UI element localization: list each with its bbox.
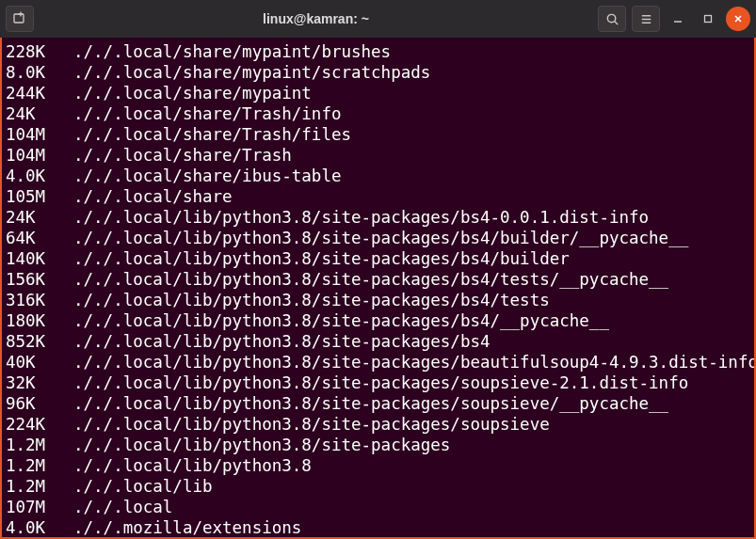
path-value: ././.local/share/mypaint/scratchpads (73, 62, 750, 83)
output-line: 228K././.local/share/mypaint/brushes (6, 41, 750, 62)
path-value: ././.mozilla/extensions (73, 517, 750, 538)
size-value: 180K (6, 310, 73, 331)
new-tab-icon (12, 11, 27, 26)
search-icon (605, 12, 619, 26)
close-icon (732, 13, 744, 24)
maximize-button[interactable] (696, 7, 720, 31)
path-value: ././.local/lib/python3.8/site-packages/b… (73, 207, 750, 228)
size-value: 104M (6, 145, 73, 166)
size-value: 32K (6, 373, 73, 393)
path-value: ././.local/lib/python3.8/site-packages/s… (73, 414, 750, 435)
output-line: 1.2M././.local/lib/python3.8/site-packag… (6, 435, 750, 455)
output-line: 104M././.local/share/Trash/files (6, 124, 750, 145)
size-value: 96K (6, 393, 73, 414)
titlebar: linux@kamran: ~ (0, 0, 756, 38)
close-button[interactable] (726, 7, 750, 31)
path-value: ././.local/share/mypaint (73, 83, 750, 103)
svg-point-3 (607, 14, 615, 22)
output-line: 1.2M././.local/lib (6, 476, 750, 497)
path-value: ././.local/lib/python3.8/site-packages/b… (73, 352, 756, 373)
path-value: ././.local/share/Trash/files (73, 124, 750, 145)
path-value: ././.local/lib (73, 476, 750, 497)
path-value: ././.local/lib/python3.8/site-packages/b… (73, 290, 750, 310)
output-line: 244K././.local/share/mypaint (6, 83, 750, 103)
path-value: ././.local/lib/python3.8/site-packages/b… (73, 310, 750, 331)
path-value: ././.local/share (73, 186, 750, 207)
size-value: 40K (6, 352, 73, 373)
path-value: ././.local/lib/python3.8/site-packages/s… (73, 373, 750, 393)
output-line: 224K././.local/lib/python3.8/site-packag… (6, 414, 750, 435)
size-value: 4.0K (6, 166, 73, 186)
output-line: 64K././.local/lib/python3.8/site-package… (6, 228, 750, 248)
minimize-icon (672, 13, 684, 24)
output-line: 140K././.local/lib/python3.8/site-packag… (6, 248, 750, 269)
size-value: 107M (6, 497, 73, 517)
output-line: 1.2M././.local/lib/python3.8 (6, 455, 750, 476)
path-value: ././.local/lib/python3.8/site-packages/b… (73, 269, 750, 290)
size-value: 140K (6, 248, 73, 269)
size-value: 228K (6, 41, 73, 62)
size-value: 156K (6, 269, 73, 290)
titlebar-left (6, 6, 34, 32)
svg-line-4 (614, 21, 617, 24)
size-value: 104M (6, 124, 73, 145)
minimize-button[interactable] (666, 7, 690, 31)
output-line: 24K././.local/share/Trash/info (6, 103, 750, 124)
size-value: 1.2M (6, 455, 73, 476)
path-value: ././.local/share/Trash (73, 145, 750, 166)
size-value: 24K (6, 103, 73, 124)
output-line: 96K././.local/lib/python3.8/site-package… (6, 393, 750, 414)
path-value: ././.local/share/ibus-table (73, 166, 750, 186)
search-button[interactable] (598, 6, 626, 32)
path-value: ././.local/lib/python3.8/site-packages/b… (73, 331, 750, 352)
path-value: ././.local (73, 497, 750, 517)
size-value: 64K (6, 228, 73, 248)
maximize-icon (702, 13, 714, 24)
size-value: 852K (6, 331, 73, 352)
path-value: ././.local/lib/python3.8/site-packages/b… (73, 248, 750, 269)
size-value: 244K (6, 83, 73, 103)
output-line: 4.0K././.local/share/ibus-table (6, 166, 750, 186)
output-line: 852K././.local/lib/python3.8/site-packag… (6, 331, 750, 352)
size-value: 24K (6, 207, 73, 228)
size-value: 316K (6, 290, 73, 310)
path-value: ././.local/lib/python3.8/site-packages (73, 435, 750, 455)
output-line: 156K././.local/lib/python3.8/site-packag… (6, 269, 750, 290)
svg-rect-9 (705, 16, 712, 23)
output-line: 8.0K././.local/share/mypaint/scratchpads (6, 62, 750, 83)
path-value: ././.local/lib/python3.8/site-packages/s… (73, 393, 750, 414)
output-line: 316K././.local/lib/python3.8/site-packag… (6, 290, 750, 310)
hamburger-icon (639, 12, 653, 26)
new-tab-button[interactable] (6, 6, 34, 32)
titlebar-right (598, 6, 750, 32)
svg-rect-0 (14, 14, 24, 23)
size-value: 8.0K (6, 62, 73, 83)
output-line: 4.0K././.mozilla/extensions (6, 517, 750, 538)
size-value: 224K (6, 414, 73, 435)
output-line: 107M././.local (6, 497, 750, 517)
path-value: ././.local/share/Trash/info (73, 103, 750, 124)
output-line: 24K././.local/lib/python3.8/site-package… (6, 207, 750, 228)
output-line: 105M././.local/share (6, 186, 750, 207)
window-title: linux@kamran: ~ (40, 11, 592, 26)
path-value: ././.local/share/mypaint/brushes (73, 41, 750, 62)
menu-button[interactable] (632, 6, 660, 32)
path-value: ././.local/lib/python3.8/site-packages/b… (73, 228, 750, 248)
path-value: ././.local/lib/python3.8 (73, 455, 750, 476)
size-value: 1.2M (6, 435, 73, 455)
size-value: 105M (6, 186, 73, 207)
size-value: 1.2M (6, 476, 73, 497)
output-line: 180K././.local/lib/python3.8/site-packag… (6, 310, 750, 331)
output-line: 40K././.local/lib/python3.8/site-package… (6, 352, 750, 373)
size-value: 4.0K (6, 517, 73, 538)
output-line: 104M././.local/share/Trash (6, 145, 750, 166)
output-line: 32K././.local/lib/python3.8/site-package… (6, 373, 750, 393)
terminal-output[interactable]: 228K././.local/share/mypaint/brushes8.0K… (0, 38, 756, 539)
